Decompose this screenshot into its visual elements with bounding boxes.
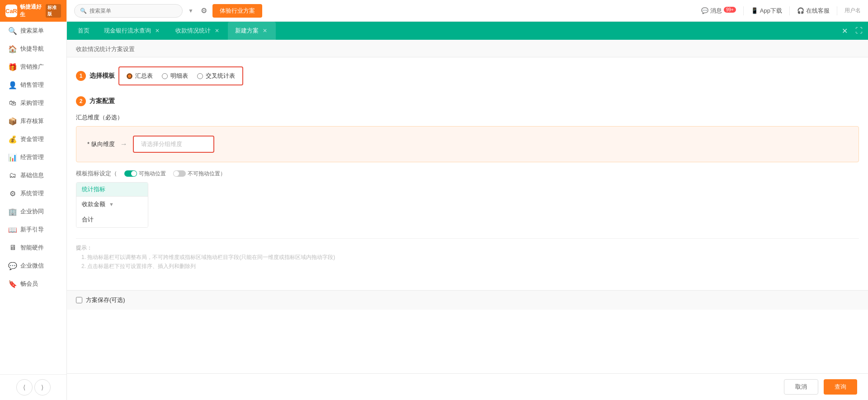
chat-icon: 💬 xyxy=(9,262,17,270)
dimension-area: * 纵向维度 → 请选择分组维度 xyxy=(76,126,859,162)
tab-new-plan[interactable]: 新建方案 ✕ xyxy=(228,22,276,40)
tab-new-plan-close[interactable]: ✕ xyxy=(261,27,269,34)
template-selection: 汇总表 明细表 交叉统计表 xyxy=(118,66,243,85)
tab-receipt-stats[interactable]: 收款情况统计 ✕ xyxy=(168,22,228,40)
dimension-subsection: 汇总维度（必选） * 纵向维度 → 请选择分组维度 xyxy=(76,113,859,162)
query-button[interactable]: 查询 xyxy=(824,379,857,395)
headset-icon: 🎧 xyxy=(797,7,804,14)
page-wrapper: 收款情况统计方案设置 1 选择模板 汇总表 xyxy=(67,40,868,373)
bottom-action-bar: 取消 查询 xyxy=(67,373,868,400)
sidebar-item-quick-nav[interactable]: 🏠 快捷导航 xyxy=(0,40,66,58)
tab-new-plan-label: 新建方案 xyxy=(235,27,259,35)
sidebar: CaR 畅捷通好生 标准版 🔍 搜索菜单 🏠 快捷导航 🎁 营销推广 👤 销售管… xyxy=(0,0,67,400)
search-input[interactable] xyxy=(90,8,177,14)
radio-cross[interactable]: 交叉统计表 xyxy=(197,72,235,80)
search-icon: 🔍 xyxy=(9,27,17,35)
sidebar-item-basic[interactable]: 🗂 基础信息 xyxy=(0,166,66,184)
app-download-item[interactable]: 📱 App下载 xyxy=(751,7,782,15)
home-icon: 🏠 xyxy=(9,45,17,53)
sidebar-expand-btn[interactable]: ⟨ xyxy=(16,379,33,395)
top-bar-right: 💬 消息 99+ 📱 App下载 🎧 在线客服 用户名 xyxy=(701,6,861,15)
online-service-label: 在线客服 xyxy=(806,7,830,15)
search-icon: 🔍 xyxy=(80,8,87,14)
sidebar-item-purchase[interactable]: 🛍 采购管理 xyxy=(0,94,66,112)
radio-cross-input[interactable] xyxy=(197,73,203,79)
box-icon: 📦 xyxy=(9,117,17,125)
radio-cross-label: 交叉统计表 xyxy=(206,72,235,80)
sidebar-item-marketing[interactable]: 🎁 营销推广 xyxy=(0,58,66,76)
step2-title: 方案配置 xyxy=(90,97,115,105)
logo-icon: CaR xyxy=(5,5,17,17)
dropdown-arrow-icon[interactable]: ▼ xyxy=(109,202,114,207)
tab-receipt-stats-label: 收款情况统计 xyxy=(175,27,211,35)
draggable-badge: 可拖动位置 xyxy=(124,170,166,178)
page-content: 1 选择模板 汇总表 明细表 xyxy=(67,57,868,290)
sidebar-item-guide[interactable]: 📖 新手引导 xyxy=(0,221,66,239)
tab-bank-flow[interactable]: 现金银行流水查询 ✕ xyxy=(97,22,168,40)
sidebar-item-label: 智能硬件 xyxy=(20,244,44,252)
gift-icon: 🎁 xyxy=(9,63,17,71)
drag-toggle-off xyxy=(173,170,186,177)
breadcrumb: 收款情况统计方案设置 xyxy=(76,46,135,52)
tab-maximize-btn[interactable]: ⛶ xyxy=(854,25,864,36)
download-icon: 📱 xyxy=(751,7,758,14)
sidebar-item-member[interactable]: 🔖 畅会员 xyxy=(0,275,66,293)
main-area: 🔍 ▼ ⚙ 体验行业方案 💬 消息 99+ 📱 App下载 🎧 在线客服 用户名 xyxy=(67,0,868,400)
step1-section: 1 选择模板 汇总表 明细表 xyxy=(76,66,859,85)
non-draggable-badge: 不可拖动位置） xyxy=(173,170,226,178)
step2-section: 2 方案配置 汇总维度（必选） * 纵向维度 → 请选择分组维度 xyxy=(76,96,859,270)
top-bar: 🔍 ▼ ⚙ 体验行业方案 💬 消息 99+ 📱 App下载 🎧 在线客服 用户名 xyxy=(67,0,868,22)
step2-badge: 2 xyxy=(76,96,86,106)
tab-home[interactable]: 首页 xyxy=(71,22,97,40)
save-label: 方案保存(可选) xyxy=(86,296,125,304)
cancel-button[interactable]: 取消 xyxy=(784,379,818,395)
sidebar-collapse-btn[interactable]: ⟩ xyxy=(34,379,51,395)
sidebar-item-finance[interactable]: 💰 资金管理 xyxy=(0,130,66,148)
online-service-item[interactable]: 🎧 在线客服 xyxy=(797,7,830,15)
user-name: 用户名 xyxy=(844,7,861,14)
tab-close-btn[interactable]: ✕ xyxy=(839,25,850,36)
app-download-label: App下载 xyxy=(760,7,782,15)
search-box[interactable]: 🔍 xyxy=(74,4,183,18)
sidebar-item-label: 畅会员 xyxy=(20,280,38,288)
sidebar-item-operations[interactable]: 📊 经营管理 xyxy=(0,148,66,166)
dimension-arrow-icon: → xyxy=(120,140,127,148)
sidebar-item-label: 系统管理 xyxy=(20,189,44,198)
radio-summary-input[interactable] xyxy=(127,73,132,79)
money-icon: 💰 xyxy=(9,135,17,143)
radio-summary[interactable]: 汇总表 xyxy=(127,72,153,80)
tab-receipt-stats-close[interactable]: ✕ xyxy=(213,27,221,34)
sidebar-item-weixin[interactable]: 💬 企业微信 xyxy=(0,257,66,275)
sidebar-item-system[interactable]: ⚙ 系统管理 xyxy=(0,184,66,202)
divider2 xyxy=(789,6,790,15)
save-checkbox[interactable] xyxy=(76,297,82,303)
indicator-row2-label: 合计 xyxy=(82,216,94,224)
divider xyxy=(743,6,744,15)
tab-bar: 首页 现金银行流水查询 ✕ 收款情况统计 ✕ 新建方案 ✕ ✕ ⛶ xyxy=(67,22,868,40)
tab-bank-flow-close[interactable]: ✕ xyxy=(154,27,161,34)
tip-item-1: 1. 拖动标题栏可以调整布局，不可跨维度或指标区域拖动栏目字段(只能在同一维度或… xyxy=(76,254,859,261)
step1-badge: 1 xyxy=(76,71,86,81)
sidebar-item-inventory[interactable]: 📦 库存核算 xyxy=(0,112,66,130)
dimension-input[interactable]: 请选择分组维度 xyxy=(133,136,214,153)
indicator-row-1[interactable]: 收款金额 ▼ xyxy=(76,197,148,212)
page-footer: 方案保存(可选) xyxy=(67,290,868,310)
indicator-row-2: 合计 xyxy=(76,212,148,227)
gear-icon[interactable]: ⚙ xyxy=(201,6,207,15)
industry-btn[interactable]: 体验行业方案 xyxy=(212,4,262,18)
search-arrow-icon[interactable]: ▼ xyxy=(188,8,193,14)
indicator-table-header: 统计指标 xyxy=(76,183,148,197)
sidebar-item-sales[interactable]: 👤 销售管理 xyxy=(0,76,66,94)
monitor-icon: 🖥 xyxy=(9,244,17,252)
sidebar-item-enterprise[interactable]: 🏢 企业协同 xyxy=(0,202,66,221)
tip-item-2: 2. 点击标题栏下拉可设置排序、插入列和删除列 xyxy=(76,263,859,270)
sidebar-item-search[interactable]: 🔍 搜索菜单 xyxy=(0,22,66,40)
tab-bar-actions: ✕ ⛶ xyxy=(839,25,864,36)
radio-detail-input[interactable] xyxy=(162,73,168,79)
step1-header: 1 选择模板 汇总表 明细表 xyxy=(76,66,859,85)
app-logo: CaR 畅捷通好生 标准版 xyxy=(0,0,66,22)
bookmark-icon: 🔖 xyxy=(9,280,17,288)
message-item[interactable]: 💬 消息 99+ xyxy=(701,7,736,15)
sidebar-item-hardware[interactable]: 🖥 智能硬件 xyxy=(0,239,66,257)
radio-detail[interactable]: 明细表 xyxy=(162,72,188,80)
